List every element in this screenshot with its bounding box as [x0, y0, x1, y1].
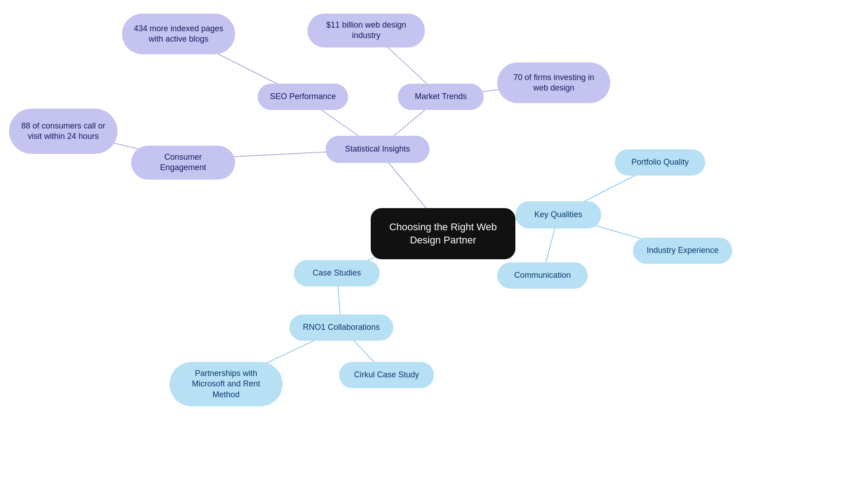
node-industry_experience[interactable]: Industry Experience — [633, 238, 732, 264]
node-case_studies[interactable]: Case Studies — [294, 260, 380, 286]
mindmap-container: Choosing the Right Web Design PartnerSta… — [0, 0, 868, 490]
node-firms_investing[interactable]: 70 of firms investing in web design — [497, 62, 610, 103]
node-more_indexed[interactable]: 434 more indexed pages with active blogs — [122, 14, 235, 54]
node-statistical_insights[interactable]: Statistical Insights — [326, 136, 429, 163]
node-consumers_call[interactable]: 88 of consumers call or visit within 24 … — [9, 109, 118, 154]
node-partnerships[interactable]: Partnerships with Microsoft and Rent Met… — [170, 362, 283, 406]
node-rno1_collaborations[interactable]: RNO1 Collaborations — [289, 314, 393, 341]
node-key_qualities[interactable]: Key Qualities — [515, 201, 601, 228]
node-billion_industry[interactable]: $11 billion web design industry — [307, 14, 425, 48]
node-root[interactable]: Choosing the Right Web Design Partner — [371, 208, 515, 259]
node-communication[interactable]: Communication — [497, 262, 588, 289]
node-market_trends[interactable]: Market Trends — [398, 84, 484, 110]
node-consumer_engagement[interactable]: Consumer Engagement — [131, 146, 235, 180]
node-cirkul[interactable]: Cirkul Case Study — [339, 362, 434, 388]
node-portfolio_quality[interactable]: Portfolio Quality — [615, 149, 705, 176]
node-seo_performance[interactable]: SEO Performance — [258, 84, 348, 110]
